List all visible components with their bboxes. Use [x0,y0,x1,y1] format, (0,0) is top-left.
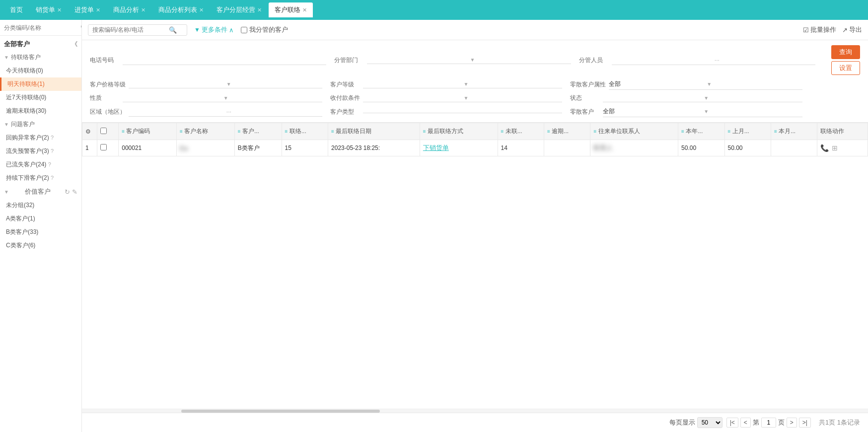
filter-dept-select[interactable]: ▼ [367,56,571,64]
close-icon[interactable]: ✕ [302,7,307,13]
toolbar-right: ☑ 批量操作 ↗ 导出 [803,25,862,34]
filter-row-1: 电话号码 分管部门 ▼ 分管人员 ··· [90,45,860,75]
page-number-input[interactable] [761,418,776,428]
select-all-checkbox[interactable] [100,128,107,134]
row-contacts: 15 [282,140,328,156]
sidebar-item-class-b[interactable]: B类客户(33) [0,225,81,239]
close-icon[interactable]: ✕ [257,7,262,13]
sidebar-item-overdue-contact[interactable]: 逾期未联络(30) [0,104,81,118]
top-navigation: 首页 销货单 ✕ 进货单 ✕ 商品分析 ✕ 商品分析列表 ✕ 客户分层经营 ✕ … [0,0,868,20]
row-last-month: 50.00 [724,140,771,156]
filter-phone-input[interactable] [123,56,326,65]
nav-customer-segmentation[interactable]: 客户分层经营 ✕ [211,2,268,17]
nav-purchase-order[interactable]: 进货单 ✕ [69,2,106,17]
nav-product-analysis-list[interactable]: 商品分析列表 ✕ [152,2,210,17]
customer-table: ⚙ ≡ 客户编码 ≡ 客户名称 ≡ 客户... ≡ 联络... ≡ 最后联络日期… [82,123,868,156]
sidebar-group-pending-contact[interactable]: 待联络客户 [0,51,81,64]
phone-action-icon[interactable]: 📞 [820,144,829,152]
filter-manager-select[interactable]: ··· [612,56,815,65]
close-icon[interactable]: ✕ [96,7,100,13]
nav-product-analysis[interactable]: 商品分析 ✕ [107,2,151,17]
dots-icon: ··· [226,108,322,115]
my-customers-checkbox-group[interactable]: 我分管的客户 [241,25,288,34]
row-code: 000021 [119,140,177,156]
filter-retail-customer-select[interactable]: 全部 ▼ [603,106,802,117]
close-icon[interactable]: ✕ [141,7,145,13]
nav-home[interactable]: 首页 [4,2,29,17]
nav-sales-order[interactable]: 销货单 ✕ [30,2,68,17]
sidebar-item-7days-pending[interactable]: 近7天待联络(0) [0,91,81,104]
page-size-select[interactable]: 50 100 200 [697,417,723,428]
scrollbar-thumb[interactable] [181,410,380,413]
close-icon[interactable]: ✕ [57,7,62,13]
settings-button[interactable]: 设置 [831,61,860,75]
col-this-month: ≡ 本月... [771,123,817,140]
sidebar-search-input[interactable] [4,24,78,31]
grid-action-icon[interactable]: ⊞ [832,144,838,152]
filter-retail-attr-select[interactable]: 全部 ▼ [609,79,802,90]
filter-nature-select[interactable]: ▼ [123,94,322,102]
sidebar-item-abnormal-repurchase[interactable]: 回购异常客户(2) ? [0,131,81,144]
table-row: 1 000021 Ea B类客户 15 2023-05-23 18:25: 下销… [82,140,868,156]
prev-page-button[interactable]: < [740,418,751,428]
horizontal-scrollbar[interactable] [82,409,868,413]
sidebar-item-class-a[interactable]: A类客户(1) [0,212,81,225]
filter-status-label: 状态 [570,94,600,102]
col-settings[interactable]: ⚙ [82,123,97,140]
batch-action-button[interactable]: ☑ 批量操作 [803,25,836,34]
sidebar-item-declining[interactable]: 持续下滑客户(2) ? [0,171,81,185]
col-contact-person: ≡ 往来单位联系人 [590,123,678,140]
filter-dept-label: 分管部门 [334,56,364,65]
sidebar-group-problem-customers[interactable]: 问题客户 [0,118,81,131]
query-button[interactable]: 查询 [831,45,860,59]
sidebar-item-churned[interactable]: 已流失客户(24) ? [0,158,81,171]
more-filter-button[interactable]: ▼ 更多条件 ∧ [191,24,237,36]
row-this-month [771,140,817,156]
filter-price-level: 客户价格等级 ▼ [90,80,322,89]
filter-customer-type-select[interactable] [363,111,563,113]
sidebar-search-bar: 🔍 [0,20,81,36]
nav-customer-contact[interactable]: 客户联络 ✕ [269,2,313,17]
filter-price-level-select[interactable]: ▼ [129,80,322,88]
sidebar-item-churn-warning[interactable]: 流失预警客户(3) ? [0,144,81,158]
filter-status-select[interactable]: ▼ [603,94,802,102]
row-select-checkbox[interactable] [100,144,107,150]
refresh-icon[interactable]: ↻ [65,188,70,196]
my-customers-checkbox[interactable] [241,27,247,33]
edit-icon[interactable]: ✎ [72,188,77,196]
next-page-button[interactable]: > [787,418,797,428]
table-area: ⚙ ≡ 客户编码 ≡ 客户名称 ≡ 客户... ≡ 联络... ≡ 最后联络日期… [82,123,868,409]
export-icon: ↗ [842,26,848,34]
search-input[interactable] [92,26,167,33]
filter-retail-attr-label: 零散客户属性 [570,80,606,89]
chevron-down-icon: ▼ [704,109,802,114]
filter-phone-label: 电话号码 [90,56,120,65]
filter-region-select[interactable]: ··· [129,107,322,117]
sidebar-group-value-customers[interactable]: 价值客户 ↻ ✎ [0,185,81,199]
last-page-button[interactable]: >| [799,418,811,428]
filter-manager-label: 分管人员 [579,56,609,65]
col-no-contact: ≡ 未联... [498,123,544,140]
filter-customer-type: 客户类型 [330,108,563,116]
col-year-amount: ≡ 本年... [678,123,724,140]
sidebar-item-ungrouped[interactable]: 未分组(32) [0,199,81,212]
filter-payment-terms: 收付款条件 ▼ [330,94,563,102]
filter-customer-level-select[interactable]: ▼ [363,80,563,88]
dots-icon: ··· [715,57,815,64]
col-contacts: ≡ 联络... [282,123,328,140]
sidebar-item-tomorrow-pending[interactable]: 明天待联络(1) [0,77,81,91]
sidebar-item-class-c[interactable]: C类客户(6) [0,239,81,252]
close-icon[interactable]: ✕ [199,7,204,13]
col-type: ≡ 客户... [234,123,282,140]
filter-retail-customer: 零散客户 全部 ▼ [570,106,802,117]
first-page-button[interactable]: |< [726,418,738,428]
row-name: Ea [177,140,235,156]
chevron-down-icon: ▼ [470,57,571,63]
export-button[interactable]: ↗ 导出 [842,25,862,34]
toolbar-search-icon[interactable]: 🔍 [169,26,177,34]
col-last-date: ≡ 最后联络日期 [328,123,420,140]
sidebar-item-today-pending[interactable]: 今天待联络(0) [0,64,81,77]
filter-payment-terms-select[interactable]: ▼ [363,94,563,102]
filter-region-label: 区域（地区） [90,108,126,116]
collapse-icon[interactable]: 《 [72,40,77,49]
